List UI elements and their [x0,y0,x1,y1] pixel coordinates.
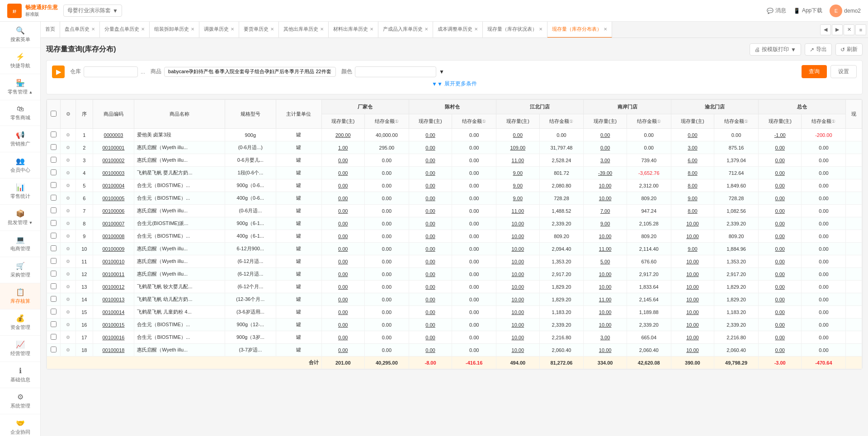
row-total-qty[interactable]: 0.00 [759,205,802,217]
row-jiangbei-qty[interactable]: 10.00 [496,268,539,281]
row-checkbox[interactable] [47,179,61,192]
row-factory-qty[interactable]: 0.00 [321,217,364,230]
row-total-qty[interactable]: 0.00 [759,179,802,192]
row-code[interactable]: 00100008 [93,230,134,243]
row-jiangbei-qty[interactable]: 9.00 [496,179,539,192]
row-yubei-qty[interactable]: 8.00 [671,167,714,179]
tab-assembly-close[interactable]: ✕ [191,27,194,32]
row-select[interactable] [51,309,57,314]
row-checkbox[interactable] [47,141,61,154]
row-factory-qty[interactable]: 0.00 [321,306,364,319]
row-factory-qty[interactable]: 0.00 [321,192,364,205]
row-chencun-qty[interactable]: 0.00 [409,255,452,268]
sidebar-item-purchase[interactable]: 🛒 采购管理 [0,257,40,283]
row-factory-qty[interactable]: 0.00 [321,179,364,192]
row-checkbox[interactable] [47,217,61,230]
row-select[interactable] [51,245,57,251]
sidebar-item-finance[interactable]: 💰 资金管理 [0,309,40,336]
row-factory-qty[interactable]: 0.00 [321,230,364,243]
tab-assembly[interactable]: 组装拆卸单历史 ✕ [150,22,199,38]
refresh-btn[interactable]: ↺ 刷新 [835,43,863,56]
row-total-qty[interactable]: 0.00 [759,230,802,243]
row-select[interactable] [51,220,57,226]
app-download-btn[interactable]: 📱 App下载 [793,7,822,14]
row-yubei-qty[interactable]: 3.00 [671,141,714,154]
tab-transfer[interactable]: 调拨单历史 ✕ [199,22,239,38]
total-amt-info-icon[interactable]: ① [831,119,835,124]
row-code[interactable]: 00100015 [93,319,134,331]
row-nanan-qty[interactable]: 0.00 [584,141,627,154]
row-factory-qty[interactable]: 0.00 [321,255,364,268]
sidebar-item-search[interactable]: 🔍 搜索英单 [0,22,40,48]
row-nanan-qty[interactable]: 10.00 [584,192,627,205]
product-input[interactable] [164,67,336,77]
row-total-qty[interactable]: 0.00 [759,141,802,154]
row-chencun-qty[interactable]: 0.00 [409,319,452,331]
row-chencun-qty[interactable]: 0.00 [409,293,452,306]
row-select[interactable] [51,296,57,302]
row-checkbox[interactable] [47,281,61,293]
row-jiangbei-qty[interactable]: 10.00 [496,331,539,344]
tab-other-out[interactable]: 其他出库单历史 ✕ [279,22,329,38]
row-code[interactable]: 00100009 [93,243,134,255]
user-profile[interactable]: E demo2 [830,5,861,17]
row-select[interactable] [51,233,57,239]
row-factory-qty[interactable]: 0.00 [321,281,364,293]
row-factory-qty[interactable]: 0.00 [321,293,364,306]
sidebar-item-quick-nav[interactable]: ⚡ 快捷导航 [0,48,40,74]
tab-requisition[interactable]: 要货单历史 ✕ [239,22,279,38]
tab-prev-btn[interactable]: ◀ [820,24,831,35]
row-yubei-qty[interactable]: 9.00 [671,243,714,255]
row-factory-qty[interactable]: 0.00 [321,319,364,331]
row-checkbox[interactable] [47,129,61,141]
row-yubei-qty[interactable]: 10.00 [671,281,714,293]
sidebar-item-wholesale[interactable]: 📦 批发管理 ▼ [0,205,40,231]
table-settings-icon[interactable]: ⚙ [66,111,71,117]
row-select[interactable] [51,131,57,137]
row-yubei-qty[interactable]: 10.00 [671,268,714,281]
row-nanan-qty[interactable]: 10.00 [584,344,627,356]
sidebar-item-ecommerce[interactable]: 💻 电商管理 [0,231,40,257]
row-code[interactable]: 00100014 [93,306,134,319]
row-jiangbei-qty[interactable]: 10.00 [496,230,539,243]
tab-product-in-close[interactable]: ✕ [425,27,428,32]
row-total-qty[interactable]: 0.00 [759,331,802,344]
warehouse-input[interactable] [84,66,138,77]
row-yubei-qty[interactable]: 10.00 [671,319,714,331]
row-yubei-qty[interactable]: 9.00 [671,192,714,205]
row-total-qty[interactable]: 0.00 [759,319,802,331]
tab-next-btn[interactable]: ▶ [832,24,843,35]
tab-menu-btn[interactable]: ≡ [855,24,866,35]
row-yubei-qty[interactable]: 10.00 [671,331,714,344]
row-chencun-qty[interactable]: 0.00 [409,154,452,167]
tab-stock-dist-close[interactable]: ✕ [604,27,607,32]
row-yubei-qty[interactable]: 8.00 [671,205,714,217]
row-chencun-qty[interactable]: 0.00 [409,129,452,141]
tab-material-out-close[interactable]: ✕ [370,27,373,32]
row-nanan-qty[interactable]: 0.00 [584,129,627,141]
row-chencun-qty[interactable]: 0.00 [409,344,452,356]
row-code[interactable]: 00100006 [93,205,134,217]
tab-current-stock-close[interactable]: ✕ [539,27,542,32]
row-nanan-qty[interactable]: 10.00 [584,306,627,319]
row-nanan-qty[interactable]: -39.00 [584,167,627,179]
row-checkbox[interactable] [47,331,61,344]
export-btn[interactable]: ↗ 导出 [805,43,832,56]
row-nanan-qty[interactable]: 11.00 [584,293,627,306]
select-all-checkbox[interactable] [51,111,57,117]
row-select[interactable] [51,195,57,201]
sidebar-item-retail-stats[interactable]: 📊 零售统计 [0,178,40,205]
tab-stocktake[interactable]: 盘点单历史 ✕ [60,22,100,38]
row-jiangbei-qty[interactable]: 11.00 [496,205,539,217]
filter-expand-btn[interactable]: ▶ [52,66,65,78]
row-code[interactable]: 00100012 [93,281,134,293]
sidebar-item-retail-mall[interactable]: 🛍 零售商城 [0,100,40,126]
row-select[interactable] [51,157,57,163]
row-code[interactable]: 00100005 [93,192,134,205]
row-select[interactable] [51,321,57,327]
row-factory-qty[interactable]: 0.00 [321,344,364,356]
tab-material-out[interactable]: 材料出库单历史 ✕ [329,22,378,38]
row-factory-qty[interactable]: 0.00 [321,268,364,281]
row-total-qty[interactable]: -1.00 [759,129,802,141]
row-code[interactable]: 00100018 [93,344,134,356]
